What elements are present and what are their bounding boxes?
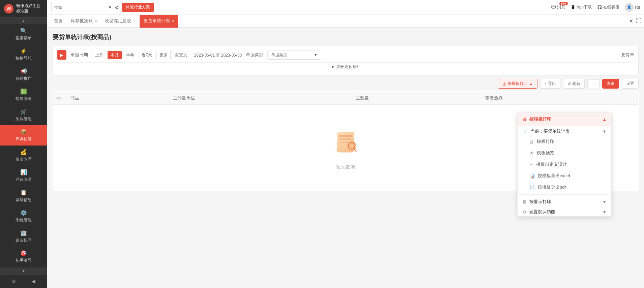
svg-rect-4 — [339, 138, 351, 140]
tab-home-label: 首页 — [54, 18, 63, 24]
print-template-btn[interactable]: 🖨 按模板打印 ▲ — [498, 79, 537, 89]
chevron-down-icon: ▼ — [331, 65, 335, 69]
sidebar-item-guide[interactable]: 🎯 新手引导 — [0, 247, 47, 267]
sidebar-item-finance[interactable]: 💰 资金管理 — [0, 146, 47, 166]
sidebar-item-inventory[interactable]: 📦 库存核算 — [0, 125, 47, 146]
app-logo: W 畅康通好生意 标准版 — [0, 0, 47, 18]
tab-collection-summary-close[interactable]: × — [133, 19, 135, 23]
tab-inventory-batch[interactable]: 库存批次账 × — [67, 15, 101, 28]
header-search-input[interactable] — [51, 3, 105, 12]
template-print-icon: 🖨 — [530, 139, 534, 144]
display-print-header[interactable]: 🖥 按显示打印 ▼ — [518, 196, 611, 206]
operations-icon: 📊 — [20, 169, 27, 175]
online-service-link[interactable]: 🎧 在线客服 — [597, 4, 619, 10]
refresh-label: 刷新 — [572, 81, 580, 87]
user-avatar: 👤 — [625, 3, 634, 12]
sidebar-scroll-down[interactable]: ▼ — [0, 267, 47, 274]
expand-conditions-label: 展开更多条件 — [336, 64, 360, 70]
template-custom-icon: ✏ — [530, 162, 533, 167]
date-btn-this-month[interactable]: 本月 — [108, 51, 122, 59]
tab-home[interactable]: 首页 — [50, 15, 67, 28]
sidebar-item-purchase-label: 采购管理 — [16, 116, 32, 122]
tab-bar-close-icon[interactable]: ✕ — [629, 18, 633, 24]
settings-btn[interactable]: 设置 — [622, 79, 639, 89]
date-btn-last-month[interactable]: 上月 — [92, 51, 106, 59]
user-name: Rit — [635, 5, 640, 10]
current-template-header[interactable]: 📄 当前：要货单统计表 ▼ — [518, 126, 611, 136]
header-right: 💬 99+ 消息 📱 App下载 🎧 在线客服 👤 Rit — [551, 3, 640, 12]
print-dropdown: 🖨 按模板打印 ▲ 📄 当前：要货单统计表 ▼ — [517, 113, 612, 217]
set-default-header[interactable]: ⚙ 设置默认功能 ▼ — [518, 206, 611, 216]
tab-bar-expand-icon[interactable]: ⛶ — [636, 18, 641, 24]
tab-order-statistics[interactable]: 要货单统计表 × — [140, 15, 178, 28]
header-gear-icon[interactable]: ⚙ — [115, 5, 119, 10]
refresh-btn[interactable]: ↺ 刷新 — [563, 79, 585, 89]
export-btn[interactable]: ↑ 导出 — [540, 79, 560, 89]
date-btn-custom[interactable]: 自定义 — [172, 51, 190, 59]
date-btn-this-year[interactable]: 本年 — [123, 51, 137, 59]
app-download-link[interactable]: 📱 App下载 — [570, 4, 592, 10]
dropdown-header[interactable]: 🖨 按模板打印 ▲ — [518, 113, 611, 126]
sidebar-toggle-icon[interactable]: ◀ — [32, 279, 35, 284]
enterprise-icon: 🏢 — [20, 230, 27, 236]
table-header-unit: 主计量单位 — [169, 92, 352, 105]
tab-collection-summary[interactable]: 收发存汇总表 × — [101, 15, 139, 28]
tab-inventory-batch-close[interactable]: × — [95, 19, 97, 23]
inventory-icon: 📦 — [20, 129, 27, 135]
messages-badge[interactable]: 💬 99+ 消息 — [551, 4, 565, 10]
sidebar-item-operations[interactable]: 📊 经营管理 — [0, 166, 47, 186]
tab-collection-summary-label: 收发存汇总表 — [105, 18, 131, 24]
tab-bar-right: ✕ ⛶ — [629, 18, 641, 24]
table-header-product: 商品 — [66, 92, 169, 105]
type-select[interactable]: 单据类型 ▼ — [267, 51, 321, 60]
filter-expand-toggle[interactable]: ▶ — [57, 50, 66, 60]
dropdown-item-template-preview[interactable]: 👁 模板预览 — [518, 147, 611, 159]
gear-icon: ⚙ — [57, 96, 61, 101]
print-template-chevron-icon: ▲ — [529, 82, 533, 86]
sidebar-item-quick-nav[interactable]: ⚡ 快捷导航 — [0, 44, 47, 65]
settings-icon[interactable]: ⚙ — [12, 279, 16, 284]
user-menu[interactable]: 👤 Rit — [625, 3, 640, 12]
set-default-icon: ⚙ — [522, 210, 526, 215]
dropdown-item-template-custom[interactable]: ✏ 模板自定义设计 — [518, 159, 611, 170]
main-area: ▼ ⚙ 体验行业方案 💬 99+ 消息 📱 App下载 🎧 在线客服 👤 Rit — [47, 0, 644, 288]
display-print-icon: 🖥 — [522, 199, 527, 204]
header-dropdown-btn[interactable]: ▼ — [108, 5, 112, 10]
sidebar-item-marketing[interactable]: 📢 营销推广 — [0, 65, 47, 85]
table-header-gear[interactable]: ⚙ — [53, 92, 66, 105]
filter-bar: ▶ 单据日期 上月 本月 本年 近7天 更多 自定义 2023-06-01 至 … — [53, 46, 639, 75]
toolbar-area: 🖨 按模板打印 ▲ ↑ 导出 ↺ 刷新 ... 查询 — [53, 79, 639, 89]
sidebar-item-purchase[interactable]: 🛒 采购管理 — [0, 105, 47, 125]
sidebar-scroll-up[interactable]: ▲ — [0, 18, 47, 24]
sidebar-item-finance-label: 资金管理 — [16, 157, 32, 162]
sidebar-item-search[interactable]: 🔍 搜索菜单 — [0, 24, 47, 44]
template-print-label: 模板打印 — [537, 138, 554, 145]
expand-conditions-btn[interactable]: ▼ 展开更多条件 — [57, 62, 634, 71]
date-btn-7days[interactable]: 近7天 — [139, 51, 155, 59]
messages-count: 99+ — [559, 2, 568, 5]
tab-order-statistics-close[interactable]: × — [172, 19, 174, 23]
sidebar-item-quick-nav-label: 快捷导航 — [16, 56, 32, 61]
guide-icon: 🎯 — [20, 250, 27, 256]
dropdown-item-export-excel[interactable]: 📊 按模板导出excel — [518, 170, 611, 182]
trial-button[interactable]: 体验行业方案 — [122, 3, 154, 12]
type-select-chevron-icon: ▼ — [314, 53, 318, 57]
toolbar-right: 🖨 按模板打印 ▲ ↑ 导出 ↺ 刷新 ... 查询 — [498, 79, 639, 89]
sidebar-item-enterprise[interactable]: 🏢 企业协同 — [0, 226, 47, 247]
more-options-btn[interactable]: ... — [587, 79, 599, 88]
dropdown-title: 按模板打印 — [529, 116, 551, 122]
dropdown-item-export-pdf[interactable]: 📄 按模板导出pdf — [518, 182, 611, 193]
dropdown-item-template-print[interactable]: 🖨 模板打印 — [518, 136, 611, 147]
app-download-label: App下载 — [577, 5, 592, 9]
table-header-retail-amount: 零售金额 — [481, 92, 638, 105]
sidebar-item-basic-info-label: 基础信息 — [16, 197, 32, 203]
sidebar-item-system[interactable]: ⚙️ 系统管理 — [0, 206, 47, 226]
date-btn-more[interactable]: 更多 — [156, 51, 171, 59]
set-default-chevron-icon: ▼ — [602, 210, 607, 215]
query-btn[interactable]: 查询 — [602, 79, 619, 89]
export-excel-label: 按模板导出excel — [538, 173, 570, 179]
sidebar-item-basic-info[interactable]: 📋 基础信息 — [0, 186, 47, 206]
page-title: 要货单统计表(按商品) — [53, 33, 639, 41]
sidebar-item-sales[interactable]: 💹 销售管理 — [0, 85, 47, 105]
type-filter-label: 单据类型 — [246, 52, 263, 58]
